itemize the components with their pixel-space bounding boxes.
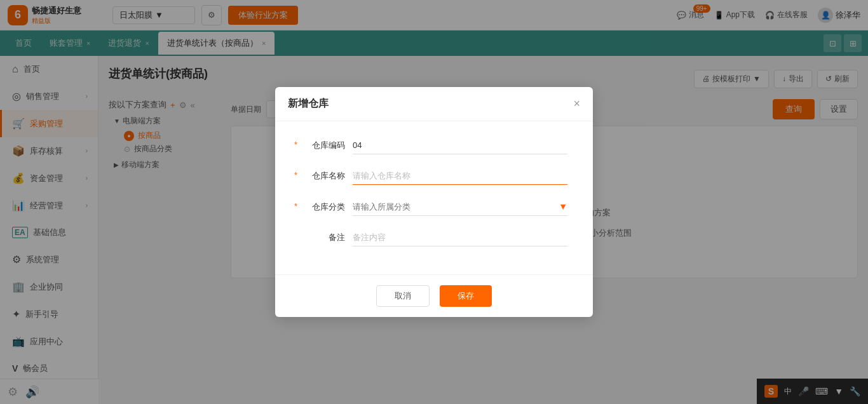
save-button[interactable]: 保存 <box>440 285 492 307</box>
category-input[interactable] <box>353 202 559 212</box>
note-input[interactable] <box>353 229 567 246</box>
form-row-code: 仓库编码 <box>301 137 567 154</box>
dialog-title: 新增仓库 <box>288 97 329 111</box>
add-warehouse-dialog: 新增仓库 × 仓库编码 仓库名称 仓库分类 ▼ <box>275 87 593 317</box>
dropdown-icon: ▼ <box>559 201 567 212</box>
form-row-name: 仓库名称 <box>301 167 567 185</box>
dialog-header: 新增仓库 × <box>275 87 593 121</box>
note-label: 备注 <box>301 232 345 243</box>
code-label: 仓库编码 <box>301 140 345 151</box>
form-row-category: 仓库分类 ▼ <box>301 198 567 216</box>
category-select[interactable]: ▼ <box>353 198 567 216</box>
form-row-note: 备注 <box>301 229 567 246</box>
dialog-body: 仓库编码 仓库名称 仓库分类 ▼ 备注 <box>275 121 593 274</box>
cancel-button[interactable]: 取消 <box>376 285 430 307</box>
name-input[interactable] <box>353 167 567 185</box>
dialog-close-button[interactable]: × <box>573 97 580 111</box>
category-label: 仓库分类 <box>301 201 345 213</box>
modal-overlay: 新增仓库 × 仓库编码 仓库名称 仓库分类 ▼ <box>0 0 868 404</box>
code-input[interactable] <box>353 137 567 154</box>
dialog-footer: 取消 保存 <box>275 274 593 317</box>
name-label: 仓库名称 <box>301 170 345 182</box>
